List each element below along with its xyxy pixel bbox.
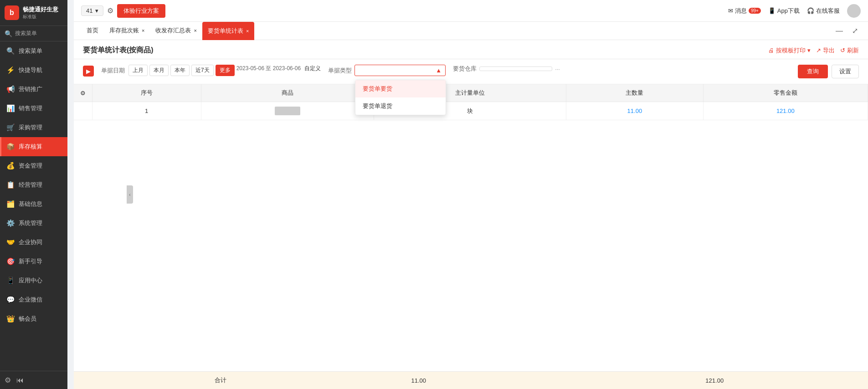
user-avatar[interactable] (847, 4, 861, 18)
sidebar-item-guide[interactable]: 🎯 新手引导 (0, 252, 67, 271)
tab-order-stats[interactable]: 要货单统计表 × (202, 22, 254, 40)
print-icon: 🖨 (768, 47, 774, 54)
sidebar-item-operations[interactable]: 📋 经营管理 (0, 175, 67, 194)
tab-receive-summary[interactable]: 收发存汇总表 × (150, 22, 202, 40)
sidebar-item-funds[interactable]: 💰 资金管理 (0, 156, 67, 175)
dropdown-item-order-return[interactable]: 要货单退货 (355, 97, 446, 115)
tab-expand-button[interactable]: ⤢ (849, 26, 861, 36)
order-type-arrow-icon: ▲ (436, 67, 442, 74)
th-quantity: 主数量 (566, 84, 703, 102)
tab-close-receive-summary[interactable]: × (194, 28, 196, 33)
message-item[interactable]: ✉ 消息 99+ (728, 7, 761, 15)
order-type-dropdown: 要货单要货 要货单退货 (355, 80, 446, 115)
headset-icon: 🎧 (807, 7, 814, 14)
nav-icon-system: ⚙️ (6, 219, 15, 228)
app-download-item[interactable]: 📱 App下载 (768, 7, 800, 15)
page-header: 要货单统计表(按商品) 🖨 按模板打印 ▾ ↗ 导出 ↺ 刷新 (74, 40, 868, 59)
trial-button[interactable]: 体验行业方案 (117, 4, 165, 18)
filter-date-group: 单据日期 上月 本月 本年 近7天 更多 2023-05-06 至 2023-0… (101, 65, 321, 76)
settings-icon[interactable]: ⚙ (5, 376, 11, 384)
sidebar: b 畅捷通好生意 标准版 🔍 搜索菜单 🔍 搜索菜单 ⚡ 快捷导航 📢 营销推广… (0, 0, 67, 389)
nav-icon-member: 👑 (6, 314, 15, 323)
table-footer: 合计 11.00 121.00 (74, 371, 868, 389)
sidebar-item-purchase[interactable]: 🛒 采购管理 (0, 118, 67, 137)
sidebar-logo: b 畅捷通好生意 标准版 (0, 0, 67, 26)
nav-icon-search: 🔍 (6, 46, 15, 56)
topbar-left: 41 ▾ ⚙ 体验行业方案 (81, 4, 723, 18)
last-month-btn[interactable]: 上月 (128, 65, 148, 76)
sidebar-item-inventory[interactable]: 📦 库存核算 (0, 137, 67, 156)
query-button[interactable]: 查询 (798, 65, 828, 78)
table-container: ⚙ 序号 商品 主计量单位 主数量 零售金额 1 块 11.00 121.00 (74, 84, 868, 371)
tabs-actions: — ⤢ (833, 26, 861, 36)
td-gear (74, 102, 92, 120)
nav-icon-marketing: 📢 (6, 85, 15, 94)
sidebar-item-search[interactable]: 🔍 搜索菜单 (0, 41, 67, 61)
footer-total-label: 合计 (170, 376, 271, 384)
table-row: 1 块 11.00 121.00 (74, 102, 868, 120)
sidebar-item-quick-nav[interactable]: ⚡ 快捷导航 (0, 61, 67, 80)
collapse-icon[interactable]: ⏮ (16, 376, 24, 384)
th-no: 序号 (92, 84, 201, 102)
more-dates-btn[interactable]: 更多 (216, 65, 235, 76)
custom-date-label[interactable]: 自定义 (304, 65, 321, 76)
table-header-row: ⚙ 序号 商品 主计量单位 主数量 零售金额 (74, 84, 868, 102)
print-button[interactable]: 🖨 按模板打印 ▾ (768, 46, 811, 55)
export-button[interactable]: ↗ 导出 (816, 46, 835, 55)
settings-button[interactable]: 设置 (832, 65, 859, 78)
tab-close-inventory-batch[interactable]: × (142, 28, 144, 33)
refresh-button[interactable]: ↺ 刷新 (840, 46, 859, 55)
page-title: 要货单统计表(按商品) (83, 46, 154, 55)
filter-actions: 查询 设置 (798, 65, 859, 78)
tab-home[interactable]: 首页 (81, 22, 104, 40)
tabs-bar: 首页 库存批次账 × 收发存汇总表 × 要货单统计表 × — ⤢ (74, 22, 868, 40)
th-gear: ⚙ (74, 84, 92, 102)
this-year-btn[interactable]: 本年 (170, 65, 190, 76)
topbar-dropdown-icon[interactable]: ▾ (95, 7, 98, 14)
sidebar-item-basic[interactable]: 🗂️ 基础信息 (0, 194, 67, 214)
warehouse-label: 要货仓库 (453, 65, 477, 73)
nav-icon-quick-nav: ⚡ (6, 66, 15, 75)
topbar-number: 41 (86, 7, 92, 14)
table-gear-icon[interactable]: ⚙ (80, 90, 86, 97)
warehouse-select[interactable] (479, 67, 552, 71)
main-content: 41 ▾ ⚙ 体验行业方案 ✉ 消息 99+ 📱 App下载 🎧 在线客服 (74, 0, 868, 389)
export-icon: ↗ (816, 47, 821, 54)
footer-amount: 121.00 (567, 377, 863, 384)
data-table: ⚙ 序号 商品 主计量单位 主数量 零售金额 1 块 11.00 121.00 (74, 84, 868, 120)
td-quantity: 11.00 (566, 102, 703, 120)
sidebar-collapse-button[interactable]: ‹ (127, 185, 133, 204)
last-7days-btn[interactable]: 近7天 (191, 65, 214, 76)
sidebar-search[interactable]: 🔍 搜索菜单 (0, 26, 67, 41)
search-icon: 🔍 (5, 30, 12, 37)
th-amount: 零售金额 (703, 84, 868, 102)
td-amount: 121.00 (703, 102, 868, 120)
tab-inventory-batch[interactable]: 库存批次账 × (104, 22, 150, 40)
td-product (201, 102, 374, 120)
tab-minimize-button[interactable]: — (833, 26, 846, 36)
footer-quantity: 11.00 (271, 377, 567, 384)
sidebar-item-member[interactable]: 👑 畅会员 (0, 309, 67, 328)
content-area: 要货单统计表(按商品) 🖨 按模板打印 ▾ ↗ 导出 ↺ 刷新 ▶ (74, 40, 868, 389)
sidebar-item-sales[interactable]: 📊 销售管理 (0, 99, 67, 118)
sidebar-item-system[interactable]: ⚙️ 系统管理 (0, 214, 67, 233)
sidebar-nav: 🔍 搜索菜单 ⚡ 快捷导航 📢 营销推广 📊 销售管理 🛒 采购管理 📦 库存核… (0, 41, 67, 371)
topbar-gear-icon[interactable]: ⚙ (107, 6, 113, 15)
print-dropdown-icon[interactable]: ▾ (807, 47, 811, 54)
filter-expand-button[interactable]: ▶ (83, 66, 94, 77)
warehouse-more-icon[interactable]: ··· (555, 66, 560, 72)
nav-icon-enterprise: 🤝 (6, 238, 15, 247)
sidebar-item-enterprise[interactable]: 🤝 企业协同 (0, 233, 67, 252)
order-type-select[interactable]: ▲ 要货单要货 要货单退货 (354, 65, 446, 76)
sidebar-item-wechat[interactable]: 💬 企业微信 (0, 290, 67, 309)
filter-date-row: 单据日期 上月 本月 本年 近7天 更多 2023-05-06 至 2023-0… (101, 65, 321, 76)
message-badge: 99+ (749, 8, 761, 14)
dropdown-item-order-goods[interactable]: 要货单要货 (355, 80, 446, 97)
tab-close-order-stats[interactable]: × (246, 28, 249, 34)
topbar: 41 ▾ ⚙ 体验行业方案 ✉ 消息 99+ 📱 App下载 🎧 在线客服 (74, 0, 868, 22)
sidebar-item-app-center[interactable]: 📱 应用中心 (0, 271, 67, 290)
this-month-btn[interactable]: 本月 (149, 65, 169, 76)
online-service-item[interactable]: 🎧 在线客服 (807, 7, 840, 15)
filter-date-buttons: 上月 本月 本年 近7天 更多 2023-05-06 至 2023-06-06 … (128, 65, 321, 76)
sidebar-item-marketing[interactable]: 📢 营销推广 (0, 80, 67, 99)
